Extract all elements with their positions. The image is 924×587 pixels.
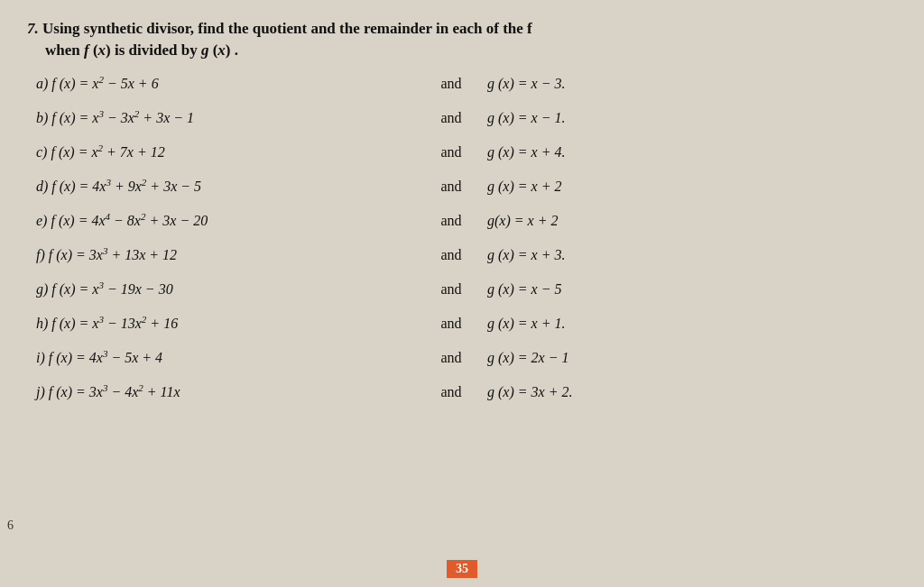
problem-e-fx: e) f (x) = 4x4 − 8x2 + 3x − 20 [36, 210, 415, 232]
problem-j-gx: g (x) = 3x + 2. [487, 381, 713, 403]
problem-row-f: f) f (x) = 3x3 + 13x + 12 and g (x) = x … [36, 238, 897, 272]
problem-a-fx: a) f (x) = x2 − 5x + 6 [36, 73, 415, 95]
problems-list: a) f (x) = x2 − 5x + 6 and g (x) = x − 3… [36, 67, 897, 409]
problem-j-fx: j) f (x) = 3x3 − 4x2 + 11x [36, 381, 415, 403]
problem-row-h: h) f (x) = x3 − 13x2 + 16 and g (x) = x … [36, 307, 897, 341]
gx-header: g [201, 41, 209, 59]
problem-row-c: c) f (x) = x2 + 7x + 12 and g (x) = x + … [36, 135, 897, 170]
problem-c-and: and [415, 142, 487, 163]
problem-row-a: a) f (x) = x2 − 5x + 6 and g (x) = x − 3… [36, 67, 897, 101]
problem-b-fx: b) f (x) = x3 − 3x2 + 3x − 1 [36, 107, 415, 129]
problem-d-gx: g (x) = x + 2 [487, 176, 713, 197]
problem-row-d: d) f (x) = 4x3 + 9x2 + 3x − 5 and g (x) … [36, 170, 897, 204]
problem-e-and: and [415, 210, 487, 232]
problem-i-gx: g (x) = 2x − 1 [487, 347, 713, 369]
problem-c-gx: g (x) = x + 4. [487, 142, 713, 163]
page: 7. Using synthetic divisor, find the quo… [0, 0, 924, 587]
problem-c-fx: c) f (x) = x2 + 7x + 12 [36, 142, 415, 163]
problem-row-b: b) f (x) = x3 − 3x2 + 3x − 1 and g (x) =… [36, 101, 897, 135]
problem-h-fx: h) f (x) = x3 − 13x2 + 16 [36, 313, 415, 335]
problem-g-and: and [415, 279, 487, 300]
problem-i-fx: i) f (x) = 4x3 − 5x + 4 [36, 347, 415, 369]
page-number: 35 [447, 560, 477, 578]
problem-d-fx: d) f (x) = 4x3 + 9x2 + 3x − 5 [36, 176, 415, 197]
problem-f-fx: f) f (x) = 3x3 + 13x + 12 [36, 244, 415, 266]
problem-f-and: and [415, 244, 487, 266]
problem-i-and: and [415, 347, 487, 369]
problem-b-and: and [415, 107, 487, 129]
question-number: 7. [27, 20, 42, 37]
problem-e-gx: g(x) = x + 2 [487, 210, 713, 232]
problem-j-and: and [415, 381, 487, 403]
problem-h-gx: g (x) = x + 1. [487, 313, 713, 335]
problem-b-gx: g (x) = x − 1. [487, 107, 713, 129]
problem-a-gx: g (x) = x − 3. [487, 73, 713, 95]
problem-row-g: g) f (x) = x3 − 19x − 30 and g (x) = x −… [36, 272, 897, 307]
problem-g-fx: g) f (x) = x3 − 19x − 30 [36, 279, 415, 300]
problem-d-and: and [415, 176, 487, 197]
problem-g-gx: g (x) = x − 5 [487, 279, 713, 300]
problem-f-gx: g (x) = x + 3. [487, 244, 713, 266]
side-number: 6 [7, 518, 14, 533]
problem-row-j: j) f (x) = 3x3 − 4x2 + 11x and g (x) = 3… [36, 375, 897, 409]
page-number-bar: 35 [447, 560, 477, 578]
problem-a-and: and [415, 73, 487, 95]
problem-row-e: e) f (x) = 4x4 − 8x2 + 3x − 20 and g(x) … [36, 204, 897, 238]
question-header: 7. Using synthetic divisor, find the quo… [27, 18, 897, 61]
problem-h-and: and [415, 313, 487, 335]
problem-row-i: i) f (x) = 4x3 − 5x + 4 and g (x) = 2x −… [36, 341, 897, 375]
fx-header: f [84, 41, 89, 59]
